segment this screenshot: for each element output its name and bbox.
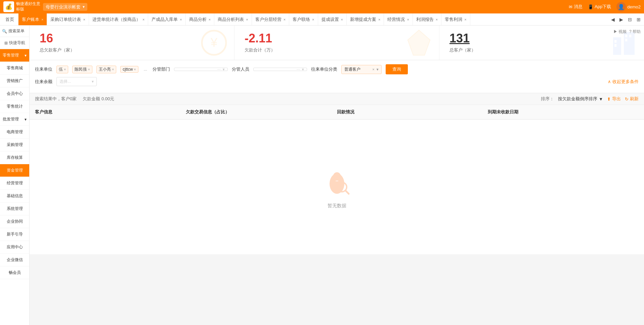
tab-close-caigou[interactable]: ×	[83, 17, 85, 22]
app-download-button[interactable]: 📱 App下载	[588, 4, 611, 10]
coin-watermark-icon: ¥	[201, 29, 227, 56]
stat-label-amount: 欠款合计（万）	[245, 47, 275, 53]
sidebar-item-dianshang[interactable]: 电商管理	[0, 126, 29, 139]
tab-item-kehu-fenceng[interactable]: 客户分层经营 ×	[252, 13, 289, 26]
collapse-wrapper: ∧ 收起更多条件	[608, 79, 639, 85]
col-debt-info: 欠款交易信息（占比）	[186, 109, 337, 115]
sidebar-item-qiye-weixin[interactable]: 企业微信	[0, 254, 29, 266]
help-button[interactable]: ? 帮助	[629, 29, 641, 35]
filter-label-company: 往来单位	[35, 66, 52, 72]
filter-balance-select[interactable]: 选择... ▼	[56, 77, 97, 86]
sidebar-item-yingxiao[interactable]: 营销推广	[0, 75, 29, 87]
svg-rect-6	[614, 40, 616, 43]
col-repay-info: 回款情况	[337, 109, 488, 115]
tab-close-lingshou-lirun[interactable]: ×	[464, 17, 466, 22]
tab-scroll-left[interactable]: ◀	[609, 15, 617, 24]
sidebar-item-yingyong[interactable]: 应用中心	[0, 241, 29, 254]
sidebar-item-xinshou[interactable]: 新手引导	[0, 228, 29, 241]
tab-close-ticheng[interactable]: ×	[341, 17, 343, 22]
user-menu[interactable]: 👤 demo2	[616, 2, 641, 11]
sidebar-item-huiyuan[interactable]: 会员中心	[0, 87, 29, 100]
tab-item-lirun[interactable]: 利润报告 ×	[413, 13, 441, 26]
tab-close-shangpin-list[interactable]: ×	[246, 17, 248, 22]
person-chevron-icon: ▼	[301, 68, 305, 71]
tab-minimize[interactable]: ⊟	[626, 15, 634, 24]
logo-icon: 💰	[3, 1, 14, 12]
export-button[interactable]: ⬆ 导出	[607, 96, 621, 102]
tab-close-lirun[interactable]: ×	[436, 17, 438, 22]
tab-item-caigou[interactable]: 采购订单统计表 ×	[47, 13, 89, 26]
tab-item-chanpin[interactable]: 产成品入库单 ×	[148, 13, 185, 26]
sidebar-item-caigou[interactable]: 采购管理	[0, 139, 29, 151]
tab-scroll-right[interactable]: ▶	[617, 15, 625, 24]
tab-close-jinhuo[interactable]: ×	[142, 17, 144, 22]
sidebar-item-lingshou-tongji[interactable]: 零售统计	[0, 100, 29, 113]
phone-icon: 📱	[588, 4, 593, 9]
message-icon: ✉	[569, 4, 572, 9]
empty-icon	[320, 165, 354, 199]
tab-maximize[interactable]: ⊞	[635, 15, 643, 24]
sidebar-search[interactable]: 🔍 搜索菜单	[0, 26, 29, 37]
tab-item-jingying[interactable]: 经营情况 ×	[384, 13, 413, 26]
sort-chevron-icon: ▼	[599, 97, 603, 102]
tab-item-kehu-zhangben[interactable]: 客户账本 ×	[18, 13, 47, 26]
collapse-button[interactable]: ∧ 收起更多条件	[608, 79, 639, 85]
remove-tag-wu[interactable]: ×	[64, 67, 66, 71]
enterprise-selector[interactable]: 母婴行业演示帐套	[43, 3, 87, 11]
svg-rect-9	[625, 39, 627, 41]
tab-item-lingshou-lirun[interactable]: 零售利润 ×	[441, 13, 470, 26]
tab-item-ticheng-shezhi[interactable]: 提成设置 ×	[318, 13, 347, 26]
enterprise-select[interactable]: 母婴行业演示帐套	[43, 3, 87, 11]
dept-more-dots[interactable]: ···	[217, 67, 221, 72]
filter-more-button[interactable]: ...	[142, 66, 148, 72]
sidebar-item-jichu[interactable]: 基础信息	[0, 190, 29, 203]
refresh-icon: ↻	[625, 97, 629, 102]
filter-person-select[interactable]: ▼ ···	[253, 68, 307, 71]
filter-dept-select[interactable]: ▼ ···	[174, 68, 228, 71]
tab-close-kehu-fenceng[interactable]: ×	[284, 17, 286, 22]
sidebar-item-chang-huiyuan[interactable]: 畅会员	[0, 266, 29, 279]
sidebar-item-lingshou-shangcheng[interactable]: 零售商城	[0, 62, 29, 75]
message-button[interactable]: ✉ 消息	[569, 4, 583, 10]
person-more-dots[interactable]: ···	[297, 67, 300, 72]
tab-bar: 首页 客户账本 × 采购订单统计表 × 进货单统计表（按商品） × 产成品入库单…	[0, 13, 644, 26]
filter-area: 往来单位 伍 × 陈民强 × 王小亮 × cjttcw × ...	[30, 60, 644, 93]
table-header: 客户信息 欠款交易信息（占比） 回款情况 到期未收款日期	[30, 105, 644, 120]
svg-line-14	[345, 190, 349, 194]
refresh-button[interactable]: ↻ 刷新	[625, 96, 639, 102]
stat-value-customers: 16	[40, 32, 53, 44]
remove-category-tag[interactable]: ×	[372, 67, 374, 71]
tab-item-jinhuo[interactable]: 进货单统计表（按商品） ×	[89, 13, 148, 26]
sidebar-item-zijin[interactable]: 资金管理	[0, 164, 29, 177]
tab-close-xinzeng-ticheng[interactable]: ×	[378, 17, 380, 22]
tab-item-xinzeng-ticheng[interactable]: 新增提成方案 ×	[347, 13, 384, 26]
filter-category-select[interactable]: 普通客户 × ▼	[341, 65, 382, 74]
stat-label-customers: 总欠款客户（家）	[40, 47, 75, 53]
remove-tag-wang[interactable]: ×	[112, 67, 114, 71]
tab-controls: ◀ ▶ ⊟ ⊞	[609, 15, 643, 24]
tab-close-shangpin[interactable]: ×	[209, 17, 211, 22]
video-button[interactable]: ▶ 视频	[613, 29, 627, 35]
sort-button[interactable]: 按欠款金额倒序排序 ▼	[558, 96, 603, 102]
sidebar-quick-nav[interactable]: ⊞ 快捷导航	[0, 37, 29, 49]
filter-label-person: 分管人员	[232, 66, 249, 72]
sidebar-item-xitong[interactable]: 系统管理	[0, 203, 29, 215]
tab-item-shangpin-list[interactable]: 商品分析列表 ×	[214, 13, 252, 26]
tab-home[interactable]: 首页	[1, 13, 18, 26]
tab-item-shangpin[interactable]: 商品分析 ×	[186, 13, 214, 26]
sidebar-item-jingying[interactable]: 经营管理	[0, 177, 29, 190]
remove-tag-chen[interactable]: ×	[88, 67, 90, 71]
sidebar-item-pifa[interactable]: 批发管理 ▾	[0, 113, 29, 126]
tab-close-jingying[interactable]: ×	[407, 17, 409, 22]
tab-close-chanpin[interactable]: ×	[180, 17, 182, 22]
top-bar-left: 💰 畅捷通好生意 标版 母婴行业演示帐套	[3, 1, 87, 12]
tab-close-kehu[interactable]: ×	[41, 17, 43, 22]
tab-item-kehu-lianlu[interactable]: 客户联络 ×	[289, 13, 318, 26]
tab-close-kehu-lianlu[interactable]: ×	[312, 17, 314, 22]
sidebar-item-kucun[interactable]: 库存核算	[0, 151, 29, 164]
query-button[interactable]: 查询	[386, 64, 408, 74]
sidebar-item-qiye-xietong[interactable]: 企业协同	[0, 215, 29, 228]
logo-area: 💰 畅捷通好生意 标版	[3, 1, 40, 12]
sidebar-item-lingshou[interactable]: 零售管理 ▾	[0, 49, 29, 62]
remove-tag-cj[interactable]: ×	[134, 67, 136, 71]
